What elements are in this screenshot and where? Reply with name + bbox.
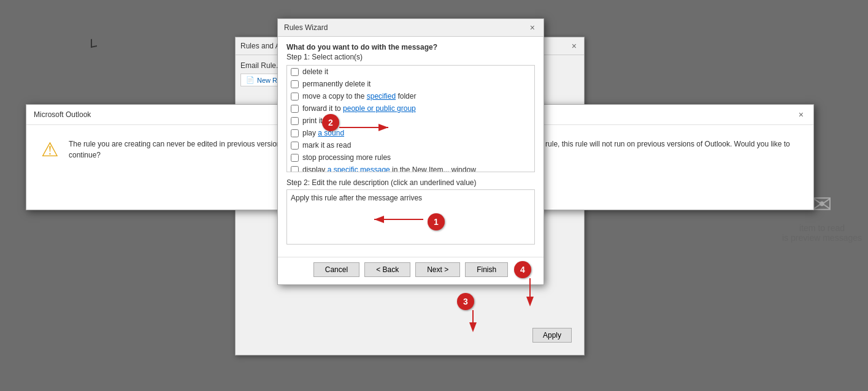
print-label: print it (302, 116, 323, 125)
list-item[interactable]: move a copy to the specified folder (287, 90, 534, 102)
wizard-step1-label: Step 1: Select action(s) (286, 53, 535, 61)
arrow-2 (339, 121, 401, 140)
move-copy-label: move a copy to the specified folder (302, 92, 416, 101)
rules-alerts-close[interactable]: × (569, 41, 579, 51)
item-to-read-line2: is preview messages (782, 233, 862, 243)
list-item[interactable]: stop processing more rules (287, 151, 534, 164)
outlook-warn-icon: ⚠ (41, 138, 59, 161)
back-button[interactable]: < Back (364, 262, 410, 277)
play-sound-label: play a sound (302, 129, 344, 137)
specified-link[interactable]: specified (367, 92, 396, 101)
arrow-4 (521, 278, 539, 309)
display-message-checkbox[interactable] (291, 166, 299, 173)
forward-label: forward it to people or public group (302, 104, 416, 113)
list-item[interactable]: forward it to people or public group (287, 102, 534, 115)
outlook-dialog-close[interactable]: × (796, 110, 806, 120)
stop-processing-checkbox[interactable] (291, 154, 299, 162)
annotation-3: 3 (457, 293, 474, 310)
next-button[interactable]: Next > (415, 262, 460, 277)
list-item[interactable]: permanently delete it (287, 78, 534, 90)
specific-message-link[interactable]: a specific message (328, 165, 390, 172)
mark-read-label: mark it as read (302, 141, 351, 150)
wizard-step2-label: Step 2: Edit the rule description (click… (286, 178, 535, 187)
finish-button[interactable]: Finish (465, 262, 508, 277)
cursor (91, 39, 98, 50)
annotation-2: 2 (322, 114, 339, 131)
wizard-desc-text: Apply this rule after the message arrive… (291, 194, 422, 202)
new-rule-icon: 📄 (246, 76, 255, 84)
people-group-link[interactable]: people or public group (343, 104, 416, 113)
wizard-title: Rules Wizard (284, 23, 328, 32)
mark-read-checkbox[interactable] (291, 142, 299, 150)
arrow-1 (368, 208, 436, 233)
stop-processing-label: stop processing more rules (302, 153, 391, 162)
list-item[interactable]: display a specific message in the New It… (287, 164, 534, 172)
perm-delete-label: permanently delete it (302, 80, 371, 88)
wizard-question: What do you want to do with the message? (286, 43, 535, 51)
print-checkbox[interactable] (291, 117, 299, 125)
rules-wizard-dialog: Rules Wizard × What do you want to do wi… (277, 18, 544, 285)
delete-it-checkbox[interactable] (291, 68, 299, 76)
item-to-read-line1: item to read (782, 223, 862, 233)
delete-it-label: delete it (302, 67, 328, 76)
move-copy-checkbox[interactable] (291, 93, 299, 101)
perm-delete-checkbox[interactable] (291, 80, 299, 88)
annotation-4: 4 (514, 261, 531, 278)
cancel-button[interactable]: Cancel (313, 262, 359, 277)
display-message-label: display a specific message in the New It… (302, 165, 476, 172)
apply-button[interactable]: Apply (532, 328, 572, 343)
list-item[interactable]: delete it (287, 66, 534, 78)
list-item[interactable]: mark it as read (287, 139, 534, 151)
arrow-3 (464, 310, 482, 335)
forward-checkbox[interactable] (291, 105, 299, 113)
play-sound-checkbox[interactable] (291, 129, 299, 137)
wizard-titlebar: Rules Wizard × (278, 19, 543, 37)
wizard-close-button[interactable]: × (528, 23, 537, 32)
outlook-dialog-title: Microsoft Outlook (34, 110, 91, 119)
wizard-footer: Cancel < Back Next > Finish (278, 257, 543, 284)
